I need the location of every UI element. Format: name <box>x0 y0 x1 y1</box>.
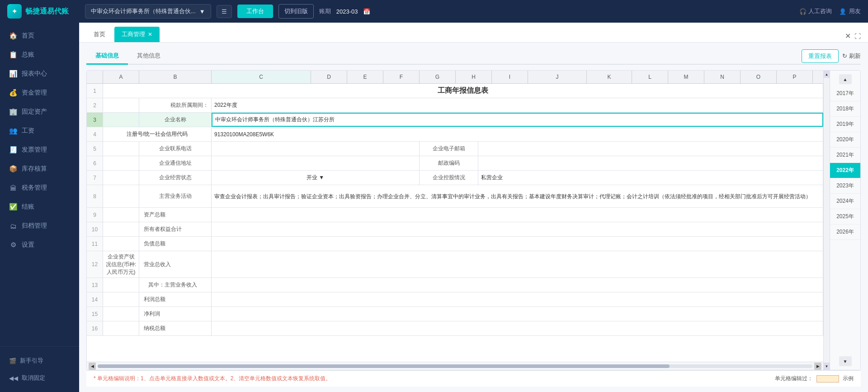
sidebar-item-close[interactable]: ✅ 结账 <box>0 197 79 216</box>
cell-4-c[interactable]: 91320100MA208E5W6K <box>212 127 823 141</box>
sub-tab-other[interactable]: 其他信息 <box>128 48 170 65</box>
cell-6-c[interactable] <box>212 156 420 170</box>
unpin-icon: ◀◀ <box>9 375 18 382</box>
cell-10-c[interactable] <box>212 222 823 236</box>
col-header-f[interactable]: F <box>383 71 420 83</box>
year-item-2025[interactable]: 2025年 <box>830 209 860 225</box>
company-menu-button[interactable]: ☰ <box>217 5 232 18</box>
col-header-i[interactable]: I <box>492 71 528 83</box>
cell-14-c[interactable] <box>212 292 823 306</box>
col-header-o[interactable]: O <box>741 71 777 83</box>
cell-6-k[interactable] <box>478 156 823 170</box>
v-scroll-down-button[interactable]: ▼ <box>824 363 830 370</box>
logo: ✦ 畅捷通易代账 <box>7 4 80 19</box>
tab-home[interactable]: 首页 <box>86 27 113 42</box>
sidebar-item-tax[interactable]: 🏛 税务管理 <box>0 178 79 197</box>
logo-text: 畅捷通易代账 <box>25 7 69 16</box>
col-header-h[interactable]: H <box>456 71 492 83</box>
reset-report-button[interactable]: 重置报表 <box>802 49 839 63</box>
col-header-n[interactable]: N <box>704 71 741 83</box>
refresh-icon: ↻ <box>842 53 847 59</box>
cell-3-c[interactable]: 中审众环会计师事务所（特殊普通合伙）江苏分所 <box>212 113 823 127</box>
year-item-2018[interactable]: 2018年 <box>830 101 860 117</box>
row-num-7: 7 <box>87 171 103 185</box>
cell-13-c[interactable] <box>212 278 823 292</box>
col-header-j[interactable]: J <box>528 71 587 83</box>
sidebar-item-unpin[interactable]: ◀◀ 取消固定 <box>0 369 79 387</box>
company-selector[interactable]: 中审众环会计师事务所（特殊普通合伙... ▼ <box>85 4 211 19</box>
company-name: 中审众环会计师事务所（特殊普通合伙... <box>91 7 196 15</box>
year-panel-up-arrow[interactable]: ▲ <box>839 74 852 84</box>
sub-tab-basic[interactable]: 基础信息 <box>86 48 128 65</box>
year-item-2024[interactable]: 2024年 <box>830 194 860 209</box>
window-close-icon[interactable]: ✕ <box>845 32 851 40</box>
sidebar-item-guide[interactable]: 🎬 新手引导 <box>0 352 79 369</box>
col-header-g[interactable]: G <box>420 71 456 83</box>
sidebar-item-home[interactable]: 🏠 首页 <box>0 26 79 45</box>
window-maximize-icon[interactable]: ⛶ <box>854 33 861 40</box>
col-header-b[interactable]: B <box>139 71 212 83</box>
col-header-c[interactable]: C <box>212 71 311 83</box>
sidebar-item-asset[interactable]: 🏢 固定资产 <box>0 102 79 121</box>
year-item-2026[interactable]: 2026年 <box>830 225 860 240</box>
cell-5-c[interactable] <box>212 142 420 156</box>
cell-16-c[interactable] <box>212 321 823 335</box>
period-value: 2023-03 <box>336 8 358 15</box>
sidebar-item-invoice[interactable]: 🧾 发票管理 <box>0 140 79 159</box>
support-button[interactable]: 🎧 人工咨询 <box>799 7 832 15</box>
sidebar-item-ledger[interactable]: 📋 总账 <box>0 45 79 64</box>
cell-12-c[interactable] <box>212 251 823 277</box>
tab-gsgly[interactable]: 工商管理 ✕ <box>114 27 160 42</box>
sidebar-item-settings[interactable]: ⚙ 设置 <box>0 235 79 254</box>
h-scroll-thumb[interactable] <box>98 364 670 368</box>
row-num-14: 14 <box>87 292 103 306</box>
cell-8-c[interactable]: 审查企业会计报表；出具审计报告；验证企业资本；出具验资报告；办理企业合并、分立、… <box>212 185 823 207</box>
col-header-d[interactable]: D <box>311 71 347 83</box>
old-version-button[interactable]: 切到旧版 <box>278 4 314 19</box>
cell-7-c[interactable]: 开业 ▼ <box>212 171 420 185</box>
h-scroll-track[interactable] <box>98 364 812 368</box>
col-header-k[interactable]: K <box>587 71 632 83</box>
sidebar-item-fund[interactable]: 💰 资金管理 <box>0 83 79 102</box>
settings-icon: ⚙ <box>9 241 17 249</box>
h-scroll-right-button[interactable]: ▶ <box>814 363 821 370</box>
cell-2-c[interactable]: 2022年度 <box>212 98 823 112</box>
col-header-e[interactable]: E <box>347 71 383 83</box>
cell-9-c[interactable] <box>212 208 823 222</box>
col-header-l[interactable]: L <box>632 71 668 83</box>
table-row: 14 利润总额 <box>87 292 823 307</box>
year-item-2021[interactable]: 2021年 <box>830 148 860 163</box>
year-item-2022[interactable]: 2022年 <box>830 163 860 178</box>
v-scroll-track[interactable] <box>824 78 830 363</box>
col-header-p[interactable]: P <box>777 71 813 83</box>
calendar-icon[interactable]: 📅 <box>363 8 370 15</box>
sidebar-item-archive[interactable]: 🗂 归档管理 <box>0 216 79 235</box>
cell-6-j: 邮政编码 <box>420 156 478 170</box>
sidebar-item-label: 报表中心 <box>22 70 47 78</box>
tab-close-icon[interactable]: ✕ <box>148 31 152 38</box>
sidebar-item-report[interactable]: 📊 报表中心 <box>0 64 79 83</box>
col-header-m[interactable]: M <box>668 71 704 83</box>
table-row: 15 净利润 <box>87 307 823 321</box>
h-scroll-left-button[interactable]: ◀ <box>89 363 96 370</box>
sidebar-item-inventory[interactable]: 📦 库存核算 <box>0 159 79 178</box>
col-header-q[interactable]: Q <box>813 71 823 83</box>
year-item-2017[interactable]: 2017年 <box>830 86 860 101</box>
cell-11-c[interactable] <box>212 237 823 251</box>
sidebar-item-label: 结账 <box>22 203 34 211</box>
refresh-button[interactable]: ↻ 刷新 <box>842 49 861 63</box>
year-item-2019[interactable]: 2019年 <box>830 117 860 132</box>
year-item-2020[interactable]: 2020年 <box>830 132 860 148</box>
col-header-a[interactable]: A <box>103 71 139 83</box>
v-scroll-up-button[interactable]: ▲ <box>824 71 830 78</box>
user-info[interactable]: 👤 用友 <box>839 7 861 15</box>
year-panel-down-arrow[interactable]: ▼ <box>839 356 852 366</box>
sidebar-footer-label: 取消固定 <box>22 374 45 382</box>
cell-7-k[interactable]: 私营企业 <box>478 171 823 185</box>
cell-5-k[interactable] <box>478 142 823 156</box>
cell-15-c[interactable] <box>212 307 823 321</box>
workbench-button[interactable]: 工作台 <box>237 5 273 18</box>
year-item-2023[interactable]: 2023年 <box>830 178 860 194</box>
sidebar-item-salary[interactable]: 👥 工资 <box>0 121 79 140</box>
archive-icon: 🗂 <box>9 222 17 230</box>
